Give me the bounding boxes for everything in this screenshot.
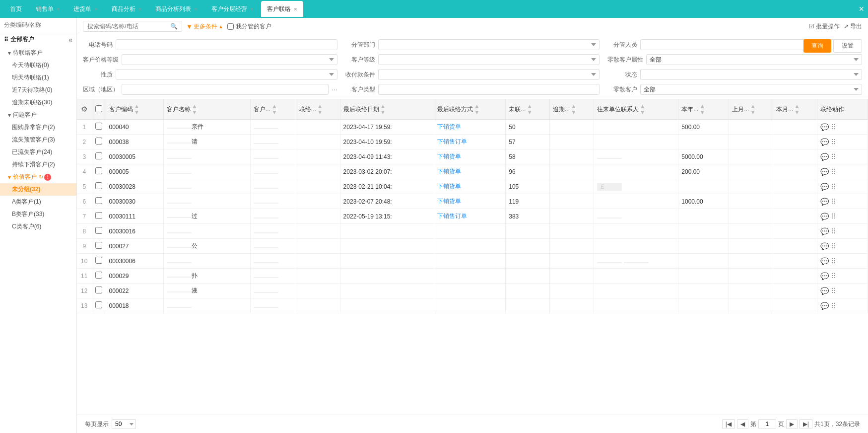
action-more-icon[interactable]: ⠿ bbox=[831, 198, 836, 206]
sidebar-item-week-wait[interactable]: 近7天待联络(0) bbox=[0, 84, 76, 96]
customer-type-input[interactable] bbox=[378, 84, 600, 95]
search-input[interactable] bbox=[87, 23, 168, 30]
unlink-sort[interactable]: ▲▼ bbox=[527, 103, 533, 115]
tab-purchase[interactable]: 进货单 × bbox=[67, 1, 103, 17]
phone-input[interactable] bbox=[116, 39, 337, 50]
tab-home[interactable]: 首页 bbox=[4, 1, 28, 17]
tab-customer-layer-close[interactable]: × bbox=[250, 6, 253, 12]
row-checkbox[interactable] bbox=[95, 212, 102, 219]
action-message-icon[interactable]: 💬 bbox=[820, 242, 829, 250]
row-checkbox[interactable] bbox=[95, 167, 102, 174]
method-link[interactable]: 下销货单 bbox=[437, 198, 461, 205]
row-checkbox[interactable] bbox=[95, 242, 102, 249]
date-sort[interactable]: ▲▼ bbox=[380, 103, 386, 115]
tab-goods-analysis-list-close[interactable]: × bbox=[194, 6, 197, 12]
name-sort[interactable]: ▲▼ bbox=[192, 103, 198, 115]
action-message-icon[interactable]: 💬 bbox=[820, 123, 829, 131]
thismonth-sort[interactable]: ▲▼ bbox=[794, 103, 800, 115]
tab-goods-analysis-close[interactable]: × bbox=[138, 6, 141, 12]
sidebar-search-input[interactable] bbox=[4, 21, 77, 28]
nature-select[interactable] bbox=[116, 69, 337, 80]
sidebar-item-overdue-wait[interactable]: 逾期未联络(30) bbox=[0, 96, 76, 109]
table-settings-icon[interactable]: ⚙ bbox=[81, 105, 87, 113]
sidebar-item-a-class[interactable]: A类客户(1) bbox=[0, 196, 76, 208]
sidebar-item-tomorrow-wait[interactable]: 明天待联络(1) bbox=[0, 72, 76, 84]
payment-select[interactable] bbox=[378, 69, 600, 80]
action-more-icon[interactable]: ⠿ bbox=[831, 213, 836, 220]
method-link[interactable]: 下销售订单 bbox=[437, 213, 467, 219]
action-more-icon[interactable]: ⠿ bbox=[831, 153, 836, 161]
method-link[interactable]: 下销货单 bbox=[437, 153, 461, 160]
price-level-select[interactable] bbox=[122, 54, 337, 65]
action-more-icon[interactable]: ⠿ bbox=[831, 302, 836, 310]
sidebar-item-declining[interactable]: 持续下滑客户(2) bbox=[0, 158, 76, 171]
prev-page-btn[interactable]: ◀ bbox=[737, 419, 748, 429]
thisyear-sort[interactable]: ▲▼ bbox=[699, 103, 705, 115]
first-page-btn[interactable]: |◀ bbox=[722, 419, 735, 429]
method-link[interactable]: 下销售订单 bbox=[437, 138, 467, 145]
row-checkbox[interactable] bbox=[95, 197, 102, 204]
action-message-icon[interactable]: 💬 bbox=[820, 213, 829, 220]
reset-button[interactable]: 设置 bbox=[833, 39, 862, 53]
main-close-button[interactable]: × bbox=[859, 4, 864, 14]
batch-op-btn[interactable]: ☑ 批量操作 bbox=[809, 22, 840, 31]
partner-sort[interactable]: ▲▼ bbox=[640, 103, 646, 115]
action-message-icon[interactable]: 💬 bbox=[820, 227, 829, 235]
retail-attr-select[interactable]: 全部 bbox=[646, 54, 862, 65]
tab-sale[interactable]: 销售单 × bbox=[30, 1, 66, 17]
per-page-select[interactable]: 50 20 100 bbox=[112, 419, 136, 429]
retail-customer-select[interactable]: 全部 bbox=[640, 84, 862, 95]
action-more-icon[interactable]: ⠿ bbox=[831, 287, 836, 295]
sidebar-group-value[interactable]: ▾ 价值客户 ↻ ! bbox=[0, 171, 76, 183]
code-sort[interactable]: ▲▼ bbox=[134, 103, 140, 115]
sidebar-item-hoard[interactable]: 囤购异常客户(2) bbox=[0, 121, 76, 134]
lastmonth-sort[interactable]: ▲▼ bbox=[750, 103, 756, 115]
my-customers-check[interactable] bbox=[227, 23, 234, 30]
contact-sort[interactable]: ▲▼ bbox=[317, 103, 323, 115]
action-more-icon[interactable]: ⠿ bbox=[831, 242, 836, 250]
next-page-btn[interactable]: ▶ bbox=[786, 419, 798, 429]
action-more-icon[interactable]: ⠿ bbox=[831, 168, 836, 176]
action-message-icon[interactable]: 💬 bbox=[820, 257, 829, 265]
value-refresh-icon[interactable]: ↻ bbox=[39, 174, 43, 180]
tab-purchase-close[interactable]: × bbox=[94, 6, 97, 12]
action-message-icon[interactable]: 💬 bbox=[820, 302, 829, 310]
select-all-checkbox[interactable] bbox=[95, 105, 102, 112]
row-checkbox[interactable] bbox=[95, 123, 102, 130]
action-message-icon[interactable]: 💬 bbox=[820, 153, 829, 161]
action-message-icon[interactable]: 💬 bbox=[820, 168, 829, 176]
overdue-sort[interactable]: ▲▼ bbox=[571, 103, 577, 115]
sidebar-group-problem[interactable]: ▾ 问题客户 bbox=[0, 109, 76, 121]
last-page-btn[interactable]: ▶| bbox=[800, 419, 812, 429]
action-more-icon[interactable]: ⠿ bbox=[831, 257, 836, 265]
action-message-icon[interactable]: 💬 bbox=[820, 183, 829, 191]
sidebar-item-ungroup[interactable]: 未分组(32) bbox=[0, 183, 76, 196]
sidebar-item-c-class[interactable]: C类客户(6) bbox=[0, 220, 76, 233]
search-icon[interactable]: 🔍 bbox=[170, 23, 178, 30]
region-input[interactable] bbox=[122, 84, 329, 95]
sidebar-item-churn-warning[interactable]: 流失预警客户(3) bbox=[0, 134, 76, 146]
row-checkbox[interactable] bbox=[95, 138, 102, 144]
row-checkbox[interactable] bbox=[95, 227, 102, 234]
tab-customer-contact-close[interactable]: × bbox=[294, 6, 297, 12]
action-message-icon[interactable]: 💬 bbox=[820, 287, 829, 295]
method-sort[interactable]: ▲▼ bbox=[474, 103, 480, 115]
type-sort[interactable]: ▲▼ bbox=[271, 103, 277, 115]
page-input[interactable] bbox=[758, 419, 776, 429]
method-link[interactable]: 下销货单 bbox=[437, 123, 461, 130]
row-checkbox[interactable] bbox=[95, 272, 102, 279]
more-conditions-btn[interactable]: ▼ 更多条件 ▲ bbox=[186, 22, 223, 31]
tab-goods-analysis-list[interactable]: 商品分析列表 × bbox=[149, 1, 203, 17]
row-checkbox[interactable] bbox=[95, 152, 102, 159]
customer-level-select[interactable] bbox=[378, 54, 600, 65]
sidebar-group-waiting[interactable]: ▾ 待联络客户 bbox=[0, 47, 76, 59]
sidebar-item-b-class[interactable]: B类客户(33) bbox=[0, 208, 76, 220]
row-checkbox[interactable] bbox=[95, 257, 102, 264]
method-link[interactable]: 下销货单 bbox=[437, 183, 461, 190]
action-more-icon[interactable]: ⠿ bbox=[831, 123, 836, 131]
row-checkbox[interactable] bbox=[95, 182, 102, 189]
action-more-icon[interactable]: ⠿ bbox=[831, 272, 836, 280]
action-more-icon[interactable]: ⠿ bbox=[831, 138, 836, 146]
collapse-icon[interactable]: « bbox=[68, 36, 72, 44]
action-message-icon[interactable]: 💬 bbox=[820, 198, 829, 206]
